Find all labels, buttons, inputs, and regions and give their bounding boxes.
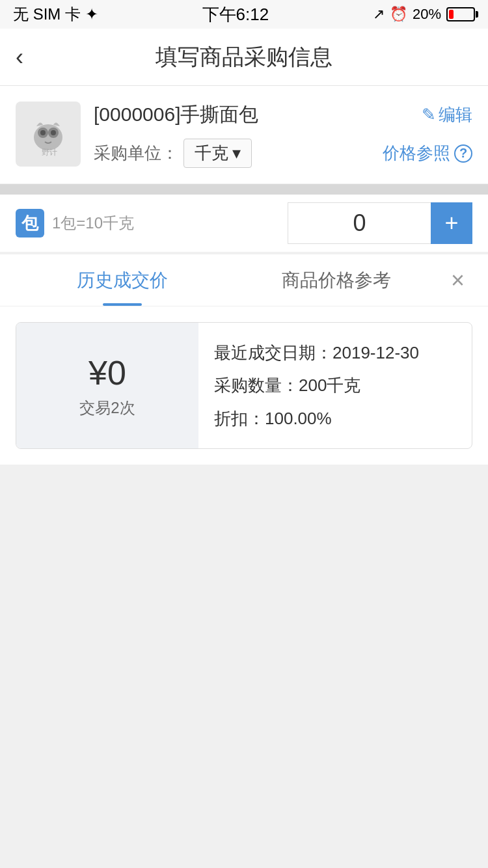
transaction-card: ¥0 交易2次 最近成交日期：2019-12-30 采购数量：200千克 折扣：… [16, 322, 472, 449]
status-time: 下午6:12 [202, 3, 269, 26]
edit-button[interactable]: ✎ 编辑 [422, 103, 472, 126]
status-left: 无 SIM 卡 ✦ [13, 4, 98, 25]
purchase-qty-row: 采购数量：200千克 [214, 373, 456, 397]
purchase-qty-label: 采购数量： [214, 375, 299, 395]
price-panel: 历史成交价 商品价格参考 × ¥0 交易2次 最近成交日期：2019-12-30… [0, 254, 488, 465]
tab-bar: 历史成交价 商品价格参考 × [0, 254, 488, 306]
unit-value: 千克 [195, 142, 228, 165]
discount-label: 折扣： [214, 409, 265, 428]
battery-icon [446, 7, 475, 21]
tab-product-label: 商品价格参考 [282, 268, 391, 293]
unit-convert-text: 1包=10千克 [52, 213, 134, 234]
quantity-input[interactable] [288, 202, 431, 244]
edit-label: 编辑 [439, 103, 472, 126]
alarm-icon: ⏰ [390, 6, 407, 23]
nav-bar: ‹ 填写商品采购信息 [0, 29, 488, 86]
status-right: ↗ ⏰ 20% [373, 6, 475, 23]
product-image: 野计 [22, 108, 74, 160]
edit-icon: ✎ [422, 105, 436, 125]
dropdown-icon: ▾ [232, 143, 241, 163]
tab-history-price[interactable]: 历史成交价 [16, 254, 229, 306]
location-icon: ↗ [373, 6, 385, 23]
price-reference-button[interactable]: 价格参照 ? [383, 142, 472, 165]
latest-date-label: 最近成交日期： [214, 343, 332, 362]
unit-select[interactable]: 千克 ▾ [183, 139, 252, 168]
purchase-unit-row: 采购单位： 千克 ▾ 价格参照 ? [94, 139, 472, 168]
transaction-details: 最近成交日期：2019-12-30 采购数量：200千克 折扣：100.00% [198, 323, 472, 448]
svg-point-4 [51, 130, 56, 135]
page-title: 填写商品采购信息 [156, 42, 332, 72]
discount-value: 100.00% [265, 409, 332, 428]
tab-history-label: 历史成交价 [77, 268, 168, 293]
svg-point-0 [34, 124, 62, 150]
product-name: [0000006]手撕面包 [94, 102, 258, 128]
close-button[interactable]: × [443, 267, 472, 294]
discount-row: 折扣：100.00% [214, 407, 456, 430]
latest-date-value: 2019-12-30 [332, 343, 419, 362]
quantity-plus-button[interactable]: + [431, 202, 472, 244]
section-divider [0, 184, 488, 195]
product-card: 野计 [0000006]手撕面包 ✎ 编辑 采购单位： 千克 ▾ 价格参照 ? [0, 86, 488, 184]
sim-text: 无 SIM 卡 ✦ [13, 4, 98, 25]
transaction-price: ¥0 [88, 353, 126, 392]
transaction-price-section: ¥0 交易2次 [16, 323, 198, 448]
quantity-row: 包 1包=10千克 + [0, 195, 488, 252]
unit-box: 包 [16, 209, 44, 237]
product-name-row: [0000006]手撕面包 ✎ 编辑 [94, 102, 472, 128]
history-content: ¥0 交易2次 最近成交日期：2019-12-30 采购数量：200千克 折扣：… [0, 306, 488, 465]
back-button[interactable]: ‹ [16, 44, 23, 71]
svg-point-3 [40, 130, 46, 135]
unit-label: 采购单位： [94, 142, 178, 165]
quantity-right: + [288, 202, 472, 244]
purchase-qty-value: 200千克 [299, 375, 360, 395]
status-bar: 无 SIM 卡 ✦ 下午6:12 ↗ ⏰ 20% [0, 0, 488, 29]
product-info: [0000006]手撕面包 ✎ 编辑 采购单位： 千克 ▾ 价格参照 ? [94, 102, 472, 168]
transaction-count: 交易2次 [79, 398, 135, 418]
price-ref-label: 价格参照 [383, 142, 450, 165]
quantity-left: 包 1包=10千克 [16, 209, 134, 237]
battery-percent: 20% [413, 6, 441, 23]
tab-product-price-ref[interactable]: 商品价格参考 [229, 254, 442, 306]
latest-date-row: 最近成交日期：2019-12-30 [214, 341, 456, 364]
price-ref-info-icon: ? [454, 144, 472, 163]
svg-text:野计: 野计 [42, 148, 57, 157]
product-thumbnail: 野计 [16, 102, 81, 167]
